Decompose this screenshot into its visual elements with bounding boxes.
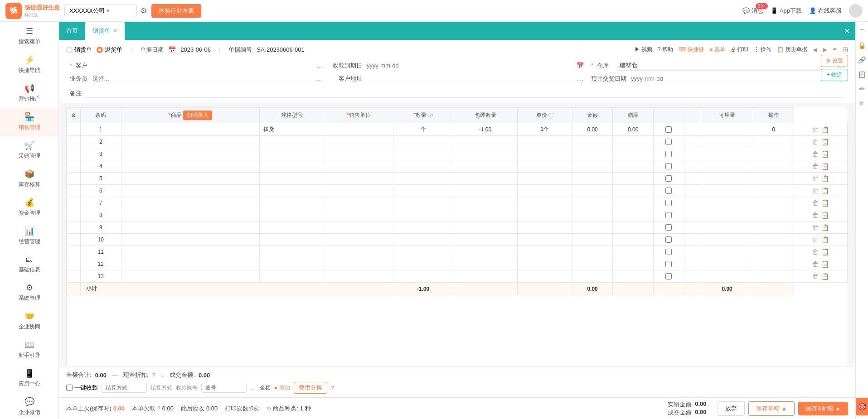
- sidebar-item-appstore[interactable]: 📱 应用中心: [0, 364, 58, 392]
- window-close-button[interactable]: ✕: [844, 27, 855, 35]
- tab-sales-order[interactable]: 销货单 ✕: [85, 22, 125, 40]
- gift-checkbox[interactable]: [665, 200, 672, 206]
- gift-checkbox[interactable]: [665, 261, 672, 267]
- gift-checkbox[interactable]: [665, 163, 672, 169]
- sidebar-item-purchase[interactable]: 🛒 采购管理: [0, 136, 58, 164]
- sidebar-item-enterprise[interactable]: 🤝 企业协同: [0, 307, 58, 335]
- discard-button[interactable]: 放弃: [718, 401, 745, 416]
- add-button[interactable]: ● 添加: [274, 384, 290, 392]
- save-draft-button[interactable]: 保存草稿 ▲: [748, 401, 795, 416]
- salesperson-input[interactable]: [91, 74, 313, 83]
- gift-checkbox[interactable]: [665, 224, 672, 231]
- account-dots[interactable]: …: [250, 385, 256, 391]
- right-btn-4[interactable]: 📋: [857, 69, 868, 80]
- gift-checkbox[interactable]: [665, 236, 672, 243]
- copy-icon[interactable]: 📋: [821, 260, 829, 268]
- remarks-input[interactable]: [84, 89, 844, 98]
- sidebar-item-quicknav[interactable]: ⚡ 快捷导航: [0, 50, 58, 79]
- sidebar-item-finance[interactable]: 💰 资金管理: [0, 193, 58, 222]
- account-input[interactable]: [201, 383, 247, 393]
- trial-button[interactable]: 体验行业方案: [151, 4, 201, 18]
- online-service-button[interactable]: 👤 在线客服: [809, 7, 842, 15]
- company-selector[interactable]: XXXXXX公司 ▾: [64, 5, 137, 17]
- copy-icon[interactable]: 📋: [821, 273, 829, 280]
- right-btn-6[interactable]: ☆: [857, 98, 868, 109]
- logistics-button[interactable]: + 物流: [821, 69, 848, 81]
- list-view-icon[interactable]: ≡: [833, 46, 837, 54]
- delete-icon[interactable]: 🗑: [812, 175, 819, 182]
- prev-icon[interactable]: ◀: [813, 46, 817, 53]
- sidebar-item-inventory[interactable]: 📦 库存核算: [0, 164, 58, 193]
- app-download-button[interactable]: 📱 App下载: [771, 7, 802, 15]
- delete-icon[interactable]: 🗑: [812, 138, 819, 145]
- expense-split-button[interactable]: 费用分摊: [294, 382, 327, 394]
- copy-icon[interactable]: 📋: [821, 248, 829, 255]
- tab-home[interactable]: 首页: [59, 22, 85, 40]
- delete-icon[interactable]: 🗑: [812, 273, 819, 280]
- calendar-icon[interactable]: 📅: [168, 46, 176, 53]
- arrears-help-icon[interactable]: ?: [157, 405, 160, 412]
- radio-return-order[interactable]: 退货单: [97, 46, 122, 54]
- avatar[interactable]: [849, 4, 863, 18]
- right-btn-1[interactable]: ≡: [857, 25, 868, 36]
- sidebar-item-search[interactable]: ☰ 搜索菜单: [0, 22, 58, 50]
- customer-addr-dots[interactable]: …: [577, 75, 584, 82]
- sidebar-item-system[interactable]: ⚙ 系统管理: [0, 278, 58, 307]
- right-btn-3[interactable]: 🔗: [857, 54, 868, 65]
- grid-view-icon[interactable]: ⊞: [842, 45, 848, 54]
- gift-checkbox[interactable]: [665, 273, 672, 279]
- gift-checkbox[interactable]: [665, 249, 672, 255]
- settings-icon[interactable]: ⚙: [141, 6, 147, 15]
- copy-icon[interactable]: 📋: [821, 236, 829, 243]
- sidebar-item-operations[interactable]: 📊 经营管理: [0, 222, 58, 250]
- video-link[interactable]: ▶ 视频: [635, 46, 652, 53]
- copy-icon[interactable]: 📋: [821, 175, 829, 182]
- operations-link[interactable]: ⋮ 操作: [754, 46, 771, 53]
- scan-button[interactable]: 扫码录入: [183, 111, 212, 120]
- customer-addr-input[interactable]: [365, 74, 574, 83]
- copy-icon[interactable]: 📋: [821, 138, 829, 145]
- product-type-icon[interactable]: ⊙: [267, 405, 271, 412]
- copy-icon[interactable]: 📋: [821, 150, 829, 158]
- discount-help-icon[interactable]: ?: [152, 372, 155, 379]
- sidebar-item-sales[interactable]: 🏪 销售管理: [0, 107, 58, 136]
- radio-sales-order[interactable]: 销货单: [66, 46, 92, 54]
- expense-help-icon[interactable]: ?: [331, 385, 334, 391]
- copy-icon[interactable]: 📋: [821, 199, 829, 207]
- salesperson-dots[interactable]: …: [316, 75, 323, 82]
- sidebar-item-wecom[interactable]: 💬 企业微信: [0, 392, 58, 419]
- delete-icon[interactable]: 🗑: [812, 236, 819, 243]
- th-settings[interactable]: ⚙: [67, 108, 81, 123]
- pay-date-input[interactable]: [365, 61, 574, 70]
- delete-icon[interactable]: 🗑: [812, 199, 819, 207]
- gift-checkbox[interactable]: [665, 175, 672, 182]
- gift-checkbox[interactable]: [665, 212, 672, 218]
- history-link[interactable]: 📋 历史单据: [777, 46, 807, 53]
- gift-checkbox[interactable]: [665, 151, 672, 157]
- delete-icon[interactable]: 🗑: [812, 260, 819, 268]
- copy-icon[interactable]: 📋: [821, 163, 829, 170]
- settings-button[interactable]: ⚙ 设置: [821, 55, 848, 67]
- select-link[interactable]: ≡ 选单: [709, 46, 725, 53]
- delete-icon[interactable]: 🗑: [812, 150, 819, 158]
- right-btn-2[interactable]: 🔒: [857, 40, 868, 51]
- tab-close-icon[interactable]: ✕: [113, 28, 117, 34]
- calc-method-input[interactable]: [102, 383, 147, 393]
- gift-checkbox[interactable]: [665, 188, 672, 194]
- copy-icon[interactable]: 📋: [821, 212, 829, 219]
- expected-date-input[interactable]: [629, 74, 834, 83]
- sidebar-item-basic[interactable]: 🗂 基础信息: [0, 250, 58, 278]
- copy-icon[interactable]: 📋: [821, 187, 829, 194]
- help-link[interactable]: ? 帮助: [658, 46, 673, 53]
- delete-icon[interactable]: 🗑: [812, 187, 819, 194]
- copy-icon[interactable]: 📋: [821, 224, 829, 231]
- customer-dots[interactable]: …: [316, 62, 323, 69]
- gift-checkbox[interactable]: [665, 139, 672, 145]
- pay-date-calendar-icon[interactable]: 📅: [577, 62, 584, 69]
- sidebar-item-marketing[interactable]: 📢 营销推广: [0, 79, 58, 107]
- right-orange-button[interactable]: 🎯: [856, 398, 868, 415]
- right-btn-5[interactable]: ✏: [857, 83, 868, 94]
- delete-icon[interactable]: 🗑: [812, 126, 819, 133]
- shortcuts-link[interactable]: ⌨ 快捷键: [679, 46, 704, 53]
- next-icon[interactable]: ▶: [823, 46, 827, 53]
